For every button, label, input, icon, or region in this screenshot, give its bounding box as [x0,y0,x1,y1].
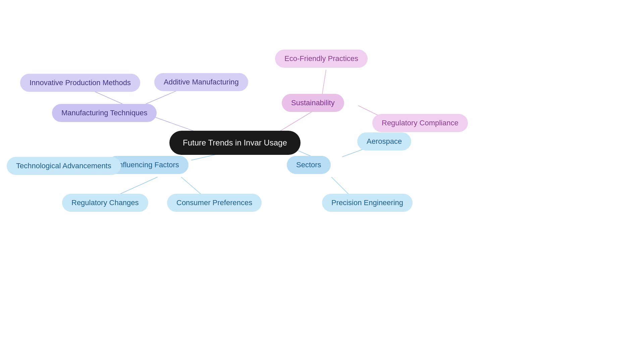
additive-manufacturing-node: Additive Manufacturing [154,73,248,91]
regulatory-compliance-node: Regulatory Compliance [372,114,468,132]
sustainability-node: Sustainability [282,94,344,112]
svg-line-9 [181,177,201,194]
aerospace-node: Aerospace [357,132,411,150]
precision-engineering-node: Precision Engineering [322,194,413,212]
consumer-preferences-node: Consumer Preferences [167,194,262,212]
innovative-production-node: Innovative Production Methods [20,74,140,92]
eco-friendly-node: Eco-Friendly Practices [275,50,368,68]
center-node: Future Trends in Invar Usage [169,131,301,155]
svg-line-4 [322,70,326,96]
svg-line-8 [119,177,158,194]
svg-line-12 [331,177,349,194]
sectors-node: Sectors [287,156,331,174]
manufacturing-techniques-node: Manufacturing Techniques [52,104,157,122]
regulatory-changes-node: Regulatory Changes [62,194,148,212]
technological-advancements-node: Technological Advancements [7,157,121,175]
